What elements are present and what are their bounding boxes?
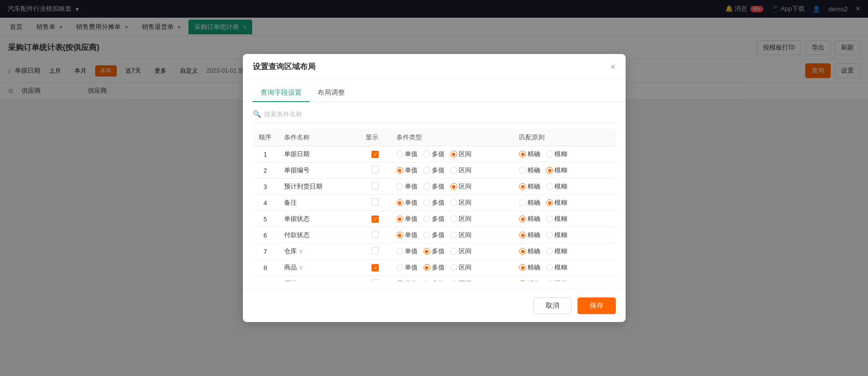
modal-overlay: 设置查询区域布局 × 查询字段设置 布局调整 🔍 xyxy=(0,0,868,100)
settings-modal: 设置查询区域布局 × 查询字段设置 布局调整 🔍 xyxy=(243,54,626,100)
modal-tabs: 查询字段设置 布局调整 xyxy=(243,79,626,100)
modal-tab-layout[interactable]: 布局调整 xyxy=(310,84,353,100)
modal-header: 设置查询区域布局 × xyxy=(243,54,626,79)
modal-title: 设置查询区域布局 xyxy=(253,62,316,72)
modal-tab-fields[interactable]: 查询字段设置 xyxy=(253,84,310,100)
modal-close-icon[interactable]: × xyxy=(610,62,616,72)
